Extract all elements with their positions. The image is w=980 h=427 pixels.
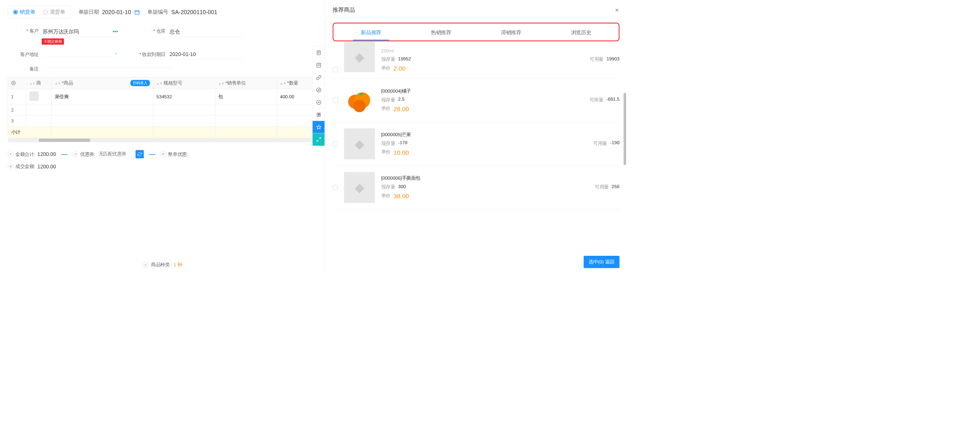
radio-sales-order[interactable]: 销货单 xyxy=(13,8,35,15)
svg-line-16 xyxy=(317,140,318,141)
select-return-button[interactable]: 选中(0) 返回 xyxy=(584,256,620,268)
customer-value: 苏州万达沃尔玛 xyxy=(43,28,79,35)
gear-header[interactable] xyxy=(8,77,26,89)
tool-link-icon[interactable] xyxy=(312,71,325,84)
doc-date-value[interactable]: 2020-01-10 xyxy=(102,8,131,15)
avail-value: 256 xyxy=(612,184,619,190)
tab-stale[interactable]: 滞销推荐 xyxy=(493,25,529,40)
item-name: [0000006]手撕面包 xyxy=(381,175,620,181)
tool-recycle-icon[interactable] xyxy=(312,96,325,109)
item-checkbox[interactable] xyxy=(333,185,338,190)
scan-button[interactable]: 扫码录入 xyxy=(130,80,150,86)
list-item[interactable]: ◆ [0000005]芒果 现存量-178 可用量-190 单价10.00 xyxy=(333,122,619,166)
col-unit[interactable]: ▲▼*销售单位 xyxy=(215,77,277,89)
col-product[interactable]: ▲▼*商品扫码录入 xyxy=(52,77,153,89)
coupon-icon: ⊙ xyxy=(72,151,78,157)
table-row[interactable]: 3 xyxy=(8,116,317,126)
coupon-field: ⊙ 优惠券: xyxy=(72,150,144,158)
warehouse-input[interactable]: 总仓 xyxy=(169,27,246,37)
stock-label: 现存量 xyxy=(381,184,395,190)
table-row[interactable]: 1 果倍爽 534532 包 400.00 xyxy=(8,89,317,105)
doc-date-field: 单据日期 2020-01-10 xyxy=(79,8,140,15)
col-qty[interactable]: ▲▼*数量 xyxy=(277,77,317,89)
cell-qty[interactable]: 400.00 xyxy=(277,89,317,105)
discount-label: 整单优惠: xyxy=(168,151,188,157)
minus-icon: — xyxy=(149,151,155,158)
cell-product[interactable]: 果倍爽 xyxy=(52,89,153,105)
footer-summary: ⊙ 商品种类 : 1 种 xyxy=(0,262,325,268)
item-checkbox[interactable] xyxy=(333,67,338,72)
tool-notes-icon[interactable] xyxy=(312,47,325,59)
doc-type-tabs: 销货单 退货单 xyxy=(8,5,70,19)
tab-history[interactable]: 浏览历史 xyxy=(563,25,599,40)
stock-value: 19952 xyxy=(398,56,411,62)
doc-no-field: 单据编号 SA-20200110-001 xyxy=(147,8,217,15)
stock-value: 2.5 xyxy=(398,97,405,103)
avail-label: 可用量 xyxy=(589,97,604,103)
footer-value: 1 种 xyxy=(174,262,182,267)
customer-label: 客户 xyxy=(29,29,39,34)
item-checkbox[interactable] xyxy=(333,98,338,103)
stock-label: 现存量 xyxy=(381,56,395,62)
customer-field: *客户 苏州万达沃尔玛 ••• 不固定账期 xyxy=(8,27,119,45)
customer-tag: 不固定账期 xyxy=(42,38,64,44)
minus-icon: — xyxy=(61,151,67,158)
avail-value: -681.5 xyxy=(606,97,620,103)
due-date-input[interactable]: 2020-01-10 xyxy=(169,50,246,59)
recommend-panel: 推荐商品 新品推荐 热销推荐 滞销推荐 浏览历史 ◆ 250ml 现存量 xyxy=(325,0,627,273)
list-item[interactable]: ◆ [0000006]手撕面包 现存量300 可用量256 单价38.00 xyxy=(333,166,619,209)
item-checkbox[interactable] xyxy=(333,141,338,147)
tab-hot[interactable]: 热销推荐 xyxy=(423,25,459,40)
tab-new[interactable]: 新品推荐 xyxy=(353,25,389,40)
cell-unit[interactable]: 包 xyxy=(215,89,277,105)
order-discount: ⊘ 整单优惠: xyxy=(160,151,188,157)
product-image: ◆ xyxy=(344,172,375,203)
product-image xyxy=(344,85,375,116)
list-item[interactable]: ◆ 250ml 现存量19952 可用量19903 单价2.00 xyxy=(333,41,619,79)
subtotal-row: 小计 xyxy=(8,126,317,138)
more-icon[interactable]: ••• xyxy=(113,29,118,35)
coupon-input[interactable] xyxy=(97,150,134,158)
customer-input[interactable]: 苏州万达沃尔玛 ••• xyxy=(42,27,119,37)
deal-label: 成交金额: xyxy=(15,164,35,170)
tool-currency-icon[interactable]: ¥ xyxy=(312,108,325,121)
table-row[interactable]: 2 xyxy=(8,105,317,116)
tool-chart-icon[interactable] xyxy=(312,59,325,72)
chevron-down-icon xyxy=(114,51,118,55)
cell-spec[interactable]: 534532 xyxy=(153,89,215,105)
close-icon[interactable] xyxy=(614,8,620,13)
totals-section: ¥ 金额合计: 1200.00 — ⊙ 优惠券: — ⊘ 整单优惠: xyxy=(8,150,317,170)
remark-input[interactable] xyxy=(42,64,171,67)
panel-footer: 选中(0) 返回 xyxy=(584,256,620,268)
price-value: 10.00 xyxy=(393,149,409,156)
refresh-button[interactable] xyxy=(136,150,144,158)
radio-icon xyxy=(13,10,18,15)
horizontal-scrollbar[interactable] xyxy=(8,138,317,142)
calendar-icon[interactable] xyxy=(134,9,140,15)
recommend-list[interactable]: ◆ 250ml 现存量19952 可用量19903 单价2.00 xyxy=(325,41,627,237)
line-items-table: ▲▼商 ▲▼*商品扫码录入 ▲▼规格型号 ▲▼*销售单位 ▲▼*数量 1 果倍爽… xyxy=(8,77,317,138)
col-spec[interactable]: ▲▼规格型号 xyxy=(153,77,215,89)
warehouse-field: *仓库 总仓 xyxy=(134,27,246,45)
tool-swap-icon[interactable] xyxy=(312,84,325,96)
svg-marker-14 xyxy=(316,125,321,129)
due-date-value: 2020-01-10 xyxy=(170,51,196,57)
address-select[interactable] xyxy=(42,50,119,58)
tool-expand-icon[interactable] xyxy=(312,133,325,146)
recommend-tabs: 新品推荐 热销推荐 滞销推荐 浏览历史 xyxy=(336,25,616,40)
price-value: 28.00 xyxy=(393,106,409,113)
svg-line-15 xyxy=(319,137,321,139)
avail-label: 可用量 xyxy=(595,184,609,190)
side-toolbar: ¥ xyxy=(312,46,325,146)
amount-value: 1200.00 xyxy=(37,151,56,157)
col-img[interactable]: ▲▼商 xyxy=(26,77,52,89)
tool-star-icon[interactable] xyxy=(312,121,325,133)
price-label: 单价 xyxy=(381,106,391,113)
price-value: 38.00 xyxy=(393,193,409,200)
list-item[interactable]: [0000004]橘子 现存量2.5 可用量-681.5 单价28.00 xyxy=(333,79,619,122)
row-index: 1 xyxy=(8,89,26,105)
vertical-scrollbar[interactable] xyxy=(624,93,626,165)
stock-value: 300 xyxy=(398,184,406,190)
amount-total: ¥ 金额合计: 1200.00 xyxy=(8,151,56,157)
radio-return-order[interactable]: 退货单 xyxy=(43,8,65,15)
